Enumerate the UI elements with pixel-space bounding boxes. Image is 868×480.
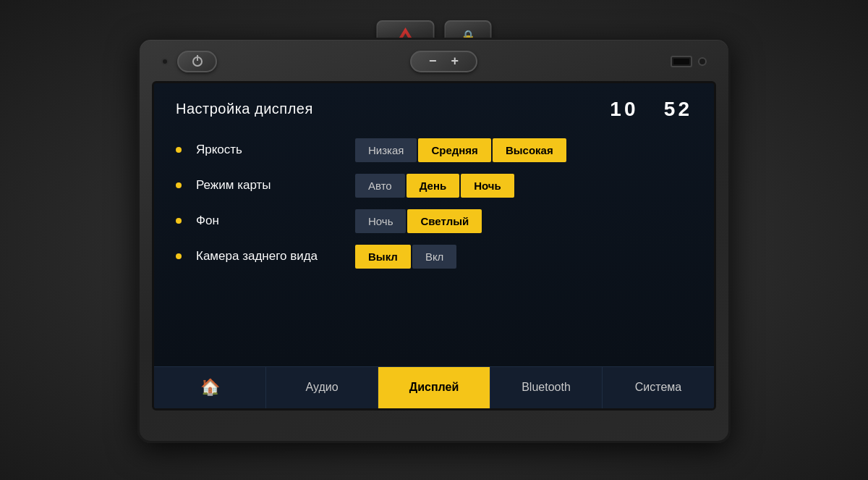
map-auto[interactable]: Авто [355,174,405,198]
map-night[interactable]: Ночь [461,174,514,198]
screen-title: Настройка дисплея [176,101,313,117]
bullet-bg [176,218,182,224]
bluetooth-label: Bluetooth [522,381,571,394]
screen-time: 10 52 [610,98,692,121]
bullet-brightness [176,147,182,153]
camera-off[interactable]: Выкл [355,245,411,269]
settings-grid: Яркость Низкая Средняя Высокая Режим кар… [176,138,692,359]
brightness-row: Яркость Низкая Средняя Высокая [176,138,692,162]
nav-bar: 🏠 Аудио Дисплей Bluetooth Система [154,366,714,408]
brightness-options: Низкая Средняя Высокая [355,138,566,162]
volume-minus-icon[interactable]: − [429,54,437,69]
background-options: Ночь Светлый [355,209,482,233]
nav-display[interactable]: Дисплей [378,367,490,408]
map-mode-row: Режим карты Авто День Ночь [176,174,692,198]
rear-camera-label: Камера заднего вида [196,249,341,264]
display-screen: Настройка дисплея 10 52 Яркость Низка [152,81,716,410]
bullet-camera [176,253,182,259]
head-unit: − + Настройка дисплея 10 52 [137,38,731,443]
camera-options: Выкл Вкл [355,245,456,269]
home-icon: 🏠 [200,378,220,397]
nav-bluetooth[interactable]: Bluetooth [490,367,603,408]
volume-control[interactable]: − + [410,51,477,72]
bullet-map [176,182,182,188]
screen-header: Настройка дисплея 10 52 [176,98,692,121]
background-row: Фон Ночь Светлый [176,209,692,233]
nav-home[interactable]: 🏠 [154,367,266,408]
system-label: Система [635,381,681,394]
power-icon [192,56,203,67]
display-label: Дисплей [409,381,459,394]
background-label: Фон [196,214,341,228]
port-area [671,56,707,67]
controls-row: − + [154,51,714,72]
brightness-label: Яркость [196,143,341,157]
usb-port[interactable] [671,56,692,67]
audio-label: Аудио [305,381,338,394]
bg-night[interactable]: Ночь [355,209,406,233]
car-surround: 🔒 − + [0,0,868,480]
nav-audio[interactable]: Аудио [266,367,378,408]
aux-port[interactable] [698,57,707,66]
map-day[interactable]: День [407,174,460,198]
map-mode-label: Режим карты [196,178,341,193]
map-options: Авто День Ночь [355,174,514,198]
brightness-medium[interactable]: Средняя [418,138,490,162]
brightness-low[interactable]: Низкая [355,138,417,162]
camera-on[interactable]: Вкл [412,245,457,269]
volume-plus-icon[interactable]: + [451,54,459,69]
screen-content: Настройка дисплея 10 52 Яркость Низка [154,83,714,366]
bg-light[interactable]: Светлый [407,209,482,233]
rear-camera-row: Камера заднего вида Выкл Вкл [176,245,692,269]
power-button[interactable] [177,51,217,72]
camera-dot [161,58,169,65]
brightness-high[interactable]: Высокая [493,138,566,162]
nav-system[interactable]: Система [603,367,714,408]
